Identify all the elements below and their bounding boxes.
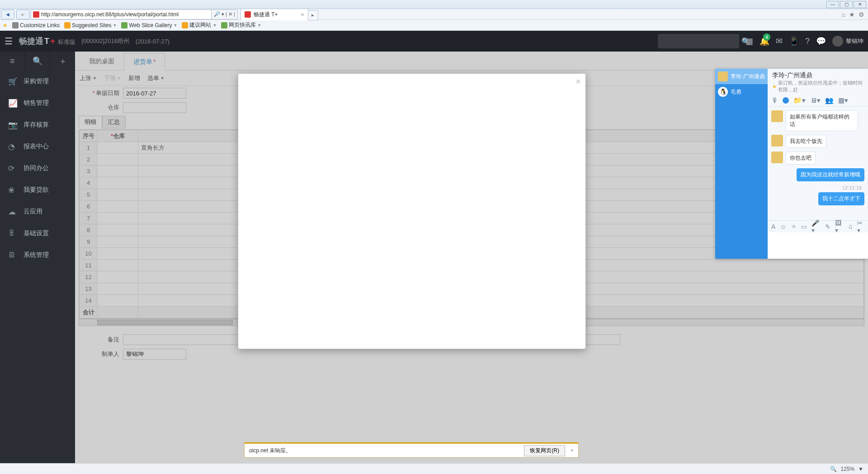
avatar-icon [771,135,783,147]
tab-title: 畅捷通 T+ [254,11,278,19]
browser-statusbar: 🔍 125% ▼ [0,463,868,474]
favlink-suggested[interactable]: Suggested Sites▼ [64,22,117,28]
msg-out: 因为我这边就经常新增哦 [771,168,864,181]
folder-icon[interactable]: 📁▾ [793,96,806,104]
sidebar-item-collab[interactable]: ⟳协同办公 [0,157,75,179]
notif-close-icon[interactable]: × [571,447,574,454]
buddy-maoyong[interactable]: 🐧毛勇 [715,84,768,100]
avatar-icon [832,36,843,47]
favlink-webslice[interactable]: Web Slice Gallery▼ [121,22,177,28]
chat-textarea[interactable] [768,232,868,259]
global-search[interactable]: 🔍 [658,34,739,48]
url-field[interactable]: http://amourgems.oicp.net:88/tplus/view/… [31,9,212,19]
mail-icon[interactable]: ✉ [776,36,783,46]
favlink-kuaixun[interactable]: 网页快讯库▼ [221,21,261,29]
pie-icon: ◔ [8,142,17,152]
money-icon: ❀ [8,185,17,195]
page-unresponsive-bar: oicp.net 未响应。 恢复网页(R) × [244,442,579,458]
emoji-icon[interactable]: ☺ [780,223,786,230]
favorites-bar: ★ Customize Links Suggested Sites▼ Web S… [0,20,868,31]
browser-tab[interactable]: 畅捷通 T+ × [241,9,308,20]
window-minimize[interactable]: — [826,1,839,8]
gear-icon[interactable]: ⚙ [859,11,864,18]
modal-close-icon[interactable]: × [576,76,581,87]
avatar-icon [718,71,728,81]
app-logo: 畅捷通 T+ 标准版 [19,36,75,47]
chat-title: 李玲-广州通鼎 [772,71,863,80]
screen-icon[interactable]: 🖥▾ [810,96,821,104]
sidebar-item-system[interactable]: 🗎系统管理 [0,244,75,266]
sidebar-item-loan[interactable]: ❀我要贷款 [0,179,75,201]
sidebar-item-inventory[interactable]: 📷库存核算 [0,114,75,136]
font-icon[interactable]: A [771,223,775,230]
username-label: 黎锦坤 [846,37,863,45]
bell-icon[interactable]: 🔔4 [760,36,769,46]
browser-tabstrip: 畅捷通 T+ × ▸ [241,9,318,20]
window-maximize[interactable]: ▢ [840,1,853,8]
record-icon[interactable] [783,97,789,104]
star-icon: ★ [772,84,777,90]
mobile-icon[interactable]: 📱 [789,36,799,46]
mic-icon[interactable]: 🎙 [771,96,778,104]
sidebar-item-purchase[interactable]: 🛒采购管理 [0,71,75,92]
sidebar-toolbar: ≡ 🔍 ＋ [0,52,75,71]
nav-back[interactable]: ◄ [1,9,14,19]
add-user-icon[interactable]: 👥 [825,96,834,104]
browser-extra-icons: ⌂ ★ ⚙ [842,11,868,18]
site-favicon [33,11,39,18]
tab-favicon [245,11,251,18]
buddy-liling[interactable]: 李玲-广州通鼎 [715,69,768,84]
chat-input-area: A ☺ ✧ ▭ 🎤▾ ✎ 🖼▾ ♫ ✂▾ [768,220,868,259]
chat-window: 李玲-广州通鼎 🐧毛勇 李玲-广州通鼎 ★装订机，凭证纸任性甩卖中；促销时间有限… [715,69,868,259]
window-close[interactable]: ✕ [854,1,866,8]
recover-page-button[interactable]: 恢复网页(R) [524,445,565,456]
blank-modal: × [238,73,586,349]
fav-icon[interactable]: ★ [849,11,855,18]
music-icon[interactable]: ♫ [848,223,853,230]
chat-buddy-list: 李玲-广州通鼎 🐧毛勇 [715,69,768,259]
chat-pane: 李玲-广州通鼎 ★装订机，凭证纸任性甩卖中；促销时间有限，赶 🎙 📁▾ 🖥▾ 👥… [768,69,868,259]
sidebar-item-reports[interactable]: ◔报表中心 [0,136,75,157]
apps-icon[interactable]: ▦▾ [838,96,848,104]
calendar-icon[interactable]: ▦ [745,36,753,46]
menu-icon[interactable]: ☰ [5,36,13,47]
fav-star-icon[interactable]: ★ [3,22,8,28]
voice-icon[interactable]: 🎤▾ [811,219,821,234]
chat-top-toolbar: 🎙 📁▾ 🖥▾ 👥 ▦▾ [768,94,868,107]
tab-close-icon[interactable]: × [301,11,304,18]
image-icon[interactable]: 🖼▾ [835,219,843,234]
search-input[interactable] [658,38,741,45]
url-controls[interactable]: 🔎 ▾ | ✕ | [212,9,238,19]
new-tab-button[interactable]: ▸ [308,10,318,20]
sync-icon: ⟳ [8,164,17,173]
scissors-icon[interactable]: ✂▾ [857,219,864,234]
address-bar: ◄ ► http://amourgems.oicp.net:88/tplus/v… [0,9,868,20]
home-icon[interactable]: ⌂ [842,11,845,18]
sidebar: ≡ 🔍 ＋ 🛒采购管理 📈销售管理 📷库存核算 ◔报表中心 ⟳协同办公 ❀我要贷… [0,52,75,463]
feedback-icon[interactable]: 💬 [816,36,826,46]
help-icon[interactable]: ? [805,37,810,46]
sidebar-collapse-icon[interactable]: ≡ [0,52,25,71]
avatar-icon [771,152,783,163]
favlink-jianyi[interactable]: 建议网站▼ [182,21,217,29]
sidebar-item-settings[interactable]: 🎚基础设置 [0,223,75,244]
nav-forward[interactable]: ► [16,9,30,19]
window-titlebar: — ▢ ✕ [0,0,868,9]
user-menu[interactable]: 黎锦坤 [832,36,863,47]
penguin-icon: 🐧 [718,87,728,97]
sidebar-add-icon[interactable]: ＋ [50,52,75,71]
chat-subtitle: ★装订机，凭证纸任性甩卖中；促销时间有限，赶 [772,80,863,93]
app-topbar: ☰ 畅捷通 T+ 标准版 [000002]2016梧州 (2016-07-27)… [0,31,868,52]
favlink-customize[interactable]: Customize Links [12,22,60,28]
zoom-dropdown-icon[interactable]: ▼ [858,466,863,472]
sidebar-item-cloud[interactable]: ☁云应用 [0,201,75,223]
sidebar-item-sales[interactable]: 📈销售管理 [0,92,75,114]
cloud-icon: ☁ [8,207,17,217]
chat-header: 李玲-广州通鼎 ★装订机，凭证纸任性甩卖中；促销时间有限，赶 [768,69,868,94]
notif-badge: 4 [763,33,770,41]
edit-icon[interactable]: ✎ [825,223,830,230]
zoom-icon[interactable]: 🔍 [830,466,837,472]
sidebar-search-icon[interactable]: 🔍 [25,52,51,71]
window-icon[interactable]: ▭ [801,223,807,230]
gif-icon[interactable]: ✧ [791,223,797,230]
